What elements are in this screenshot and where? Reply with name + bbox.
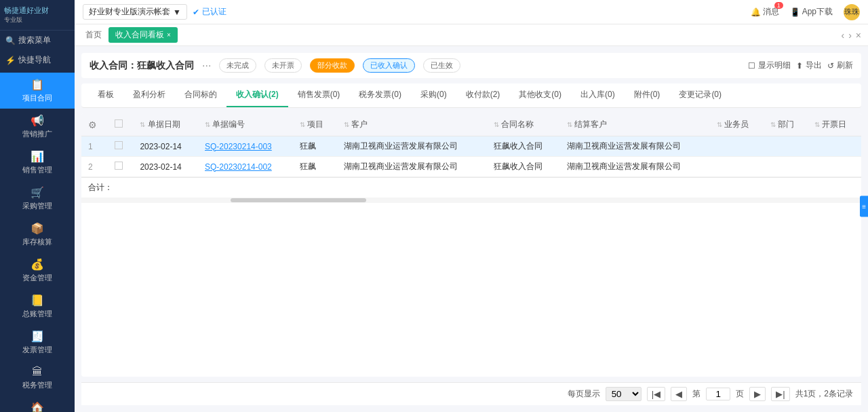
right-panel-toggle[interactable]: ≡ [860,195,861,217]
cell-settle-customer: 湖南卫视商业运营发展有限公司 [560,136,710,157]
sidebar-item-funds[interactable]: 💰 资金管理 [0,252,75,288]
message-badge: 1 [774,2,783,9]
sidebar-item-purchase[interactable]: 🛒 采购管理 [0,181,75,217]
first-page-button[interactable]: |◀ [647,387,665,401]
tab-prev-button[interactable]: ‹ [841,30,844,41]
tab-nav: ‹ › × [841,30,861,41]
per-page-label: 每页显示 [568,388,600,400]
sidebar-item-tax[interactable]: 🏛 税务管理 [0,360,75,396]
more-options-button[interactable]: ··· [202,60,211,72]
col-invoice-date[interactable]: ⇅ 开票日 [808,113,861,136]
col-billno[interactable]: ⇅ 单据编号 [198,113,293,136]
tab-sales-invoice[interactable]: 销售发票(0) [288,83,350,107]
message-button[interactable]: 🔔 1 消息 [751,6,779,18]
col-date[interactable]: ⇅ 单据日期 [133,113,198,136]
cell-customer: 湖南卫视商业运营发展有限公司 [337,136,487,157]
refresh-button[interactable]: ↺ 刷新 [827,60,853,71]
export-button[interactable]: ⬆ 导出 [796,60,822,71]
table-row[interactable]: 1 2023-02-14 SQ-20230214-003 狂飙 湖南卫视商业运营… [81,136,861,157]
tab-purchase[interactable]: 采购(0) [411,83,456,107]
cert-check-icon: ✔ [193,7,199,17]
status-uninvoiced[interactable]: 未开票 [264,58,302,73]
status-incomplete[interactable]: 未完成 [219,58,256,73]
sidebar-item-sales[interactable]: 📊 销售管理 [0,145,75,181]
cell-invoice-date [808,157,861,177]
table-row[interactable]: 2 2023-02-14 SQ-20230214-002 狂飙 湖南卫视商业运营… [81,157,861,177]
scroll-thumb[interactable] [231,198,366,202]
tab-attachment[interactable]: 附件(0) [625,83,670,107]
sidebar-logo: 畅捷通好业财 专业版 [0,0,75,31]
tab-revenue-confirm[interactable]: 收入确认(2) [226,83,288,107]
status-partial[interactable]: 部分收款 [310,58,355,73]
tab-contract-subject[interactable]: 合同标的 [175,83,226,107]
tab-change-log[interactable]: 变更记录(0) [669,83,731,107]
col-customer[interactable]: ⇅ 客户 [337,113,487,136]
cell-dept [764,136,808,157]
prev-page-button[interactable]: ◀ [671,387,687,401]
cell-dept [764,157,808,177]
horizontal-scrollbar[interactable] [81,198,861,203]
export-icon: ⬆ [796,61,803,71]
col-contract[interactable]: ⇅ 合同名称 [487,113,560,136]
tab-tax-invoice[interactable]: 税务发票(0) [349,83,411,107]
sidebar-item-marketing[interactable]: 📢 营销推广 [0,109,75,145]
topbar: 好业财专业版演示帐套 ▼ ✔ 已认证 🔔 1 消息 📱 App下载 珠珠 [75,0,868,24]
status-effective[interactable]: 已生效 [423,58,460,73]
next-page-button[interactable]: ▶ [749,387,766,401]
cell-salesperson [710,136,764,157]
purchase-icon: 🛒 [31,186,44,199]
page-input[interactable] [706,388,730,400]
per-page-select[interactable]: 50 100 200 [606,387,642,401]
page-content: 收入合同：狂飙收入合同 ··· 未完成 未开票 部分收款 已收入确认 已生效 ☐… [75,46,868,412]
company-selector[interactable]: 好业财专业版演示帐套 ▼ [83,4,187,20]
settings-th[interactable]: ⚙ [81,113,108,136]
sidebar-item-search[interactable]: 🔍 搜索菜单 [0,31,75,50]
col-project[interactable]: ⇅ 项目 [293,113,337,136]
fixed-assets-icon: 🏠 [31,401,44,412]
tab-next-button[interactable]: › [848,30,852,41]
row-checkbox[interactable] [108,136,134,157]
show-detail-checkbox[interactable]: ☐ 显示明细 [748,60,791,71]
cell-contract: 狂飙收入合同 [487,136,560,157]
app-download-button[interactable]: 📱 App下载 [790,6,833,18]
cell-project: 狂飙 [293,157,337,177]
contract-header: 收入合同：狂飙收入合同 ··· 未完成 未开票 部分收款 已收入确认 已生效 ☐… [81,53,861,78]
sidebar-item-ledger[interactable]: 📒 总账管理 [0,288,75,324]
cell-billno[interactable]: SQ-20230214-002 [198,157,293,177]
cell-billno[interactable]: SQ-20230214-003 [198,136,293,157]
home-tab[interactable]: 首页 [81,26,106,43]
col-salesperson[interactable]: ⇅ 业务员 [710,113,764,136]
cell-customer: 湖南卫视商业运营发展有限公司 [337,157,487,177]
select-all-checkbox[interactable] [115,119,123,128]
status-confirmed[interactable]: 已收入确认 [363,58,415,73]
last-page-button[interactable]: ▶| [771,387,789,401]
tab-payment[interactable]: 收付款(2) [456,83,510,107]
tab-close-button[interactable]: × [167,31,171,39]
cell-date: 2023-02-14 [133,157,198,177]
sidebar-item-fixed-assets[interactable]: 🏠 固定资产 [0,396,75,412]
logo-text: 畅捷通好业财 [4,5,71,16]
sidebar-item-invoice-mgmt[interactable]: 🧾 发票管理 [0,324,75,360]
sidebar-item-quick-nav[interactable]: ⚡ 快捷导航 [0,50,75,70]
sidebar-item-project-contract[interactable]: 📋 项目合同 [0,73,75,109]
tab-close-all-button[interactable]: × [856,30,861,41]
col-settle-customer[interactable]: ⇅ 结算客户 [560,113,710,136]
table-footer: 每页显示 50 100 200 |◀ ◀ 第 页 ▶ ▶| 共1页，2条记录 [81,382,861,405]
active-tab[interactable]: 收入合同看板 × [108,27,178,43]
tab-label: 收入合同看板 [115,29,164,41]
user-avatar[interactable]: 珠珠 [844,4,860,20]
settings-icon[interactable]: ⚙ [88,119,97,130]
company-name: 好业财专业版演示帐套 [89,6,170,18]
bell-icon: 🔔 [751,7,761,17]
col-dept[interactable]: ⇅ 部门 [764,113,808,136]
select-all-th[interactable] [108,113,134,136]
tab-inout-warehouse[interactable]: 出入库(0) [571,83,625,107]
total-label: 合计： [88,182,113,193]
cell-salesperson [710,157,764,177]
page-unit: 页 [736,388,744,400]
tab-other-income[interactable]: 其他收支(0) [509,83,571,107]
tab-profit[interactable]: 盈利分析 [123,83,175,107]
sidebar-item-inventory[interactable]: 📦 库存核算 [0,217,75,252]
row-checkbox[interactable] [108,157,134,177]
tab-board[interactable]: 看板 [88,83,123,107]
